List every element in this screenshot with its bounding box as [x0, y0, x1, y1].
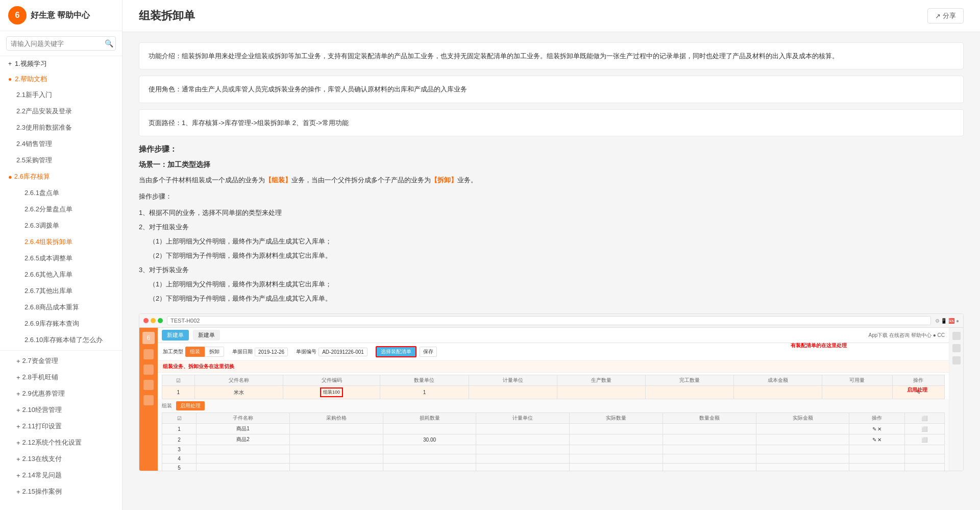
no-input[interactable]: AD-20191226-001 — [318, 348, 368, 356]
sidebar-item-26[interactable]: ● 2.6库存核算 — [0, 168, 122, 185]
no-label: 单据编号 — [296, 348, 316, 355]
sidebar-item-267[interactable]: 2.6.7其他出库单 — [0, 283, 122, 299]
form-field-type: 加工类型 组装 拆卸 — [163, 347, 224, 357]
sub-table-container: 组装 启用处理 ☑ 子件名称 采购价格 — [158, 399, 949, 471]
right-icon-strip — [949, 328, 963, 471]
sidebar-item-29[interactable]: +2.9优惠券管理 — [0, 385, 122, 402]
browser-bar: TEST-H002 ⚙ 📱 🆘 ● — [139, 314, 963, 328]
sidebar-item-23[interactable]: 2.3使用前数据准备 — [0, 119, 122, 136]
right-icon-2 — [952, 344, 961, 352]
expand-icon: + — [8, 60, 12, 67]
app-nav-icon-2 — [143, 365, 154, 375]
sidebar-item-215[interactable]: +2.15操作案例 — [0, 483, 122, 500]
type-option-disassemble[interactable]: 拆卸 — [205, 347, 224, 357]
role-block: 使用角色：通常由生产人员或库管人员完成拆装业务的操作，库管人员确认原材料的出库和… — [139, 76, 964, 103]
sub-table-toolbar: 组装 启用处理 — [162, 401, 945, 410]
screenshot-container: TEST-H002 ⚙ 📱 🆘 ● 6 — [139, 313, 964, 471]
logo: 6 — [8, 6, 27, 25]
sub-table-row-4: 4 — [162, 454, 945, 464]
sidebar-item-25[interactable]: 2.5采购管理 — [0, 152, 122, 168]
sidebar-item-213[interactable]: +2.13在线支付 — [0, 451, 122, 467]
sidebar-item-212[interactable]: +2.12系统个性化设置 — [0, 434, 122, 451]
step-1: 1、根据不同的业务，选择不同单据的类型来处理 — [139, 206, 964, 220]
type-option-assemble[interactable]: 组装 — [185, 347, 205, 357]
step-list: 1、根据不同的业务，选择不同单据的类型来处理 2、对于组装业务 （1）上部明细为… — [139, 206, 964, 305]
annotation-text-1: 有装配清单的在这里处理 — [791, 342, 847, 349]
sidebar-item-210[interactable]: +2.10经营管理 — [0, 402, 122, 418]
sidebar-item-263[interactable]: 2.6.3调拨单 — [0, 217, 122, 234]
search-input[interactable] — [7, 37, 101, 50]
app-tab-new1[interactable]: 新建单 — [162, 330, 189, 341]
select-bom-button[interactable]: 选择装配清单 — [376, 346, 416, 357]
ops-steps-label: 操作步骤： — [139, 190, 964, 203]
th-unit: 数量单位 — [380, 375, 469, 386]
app-left-sidebar: 6 — [139, 328, 158, 471]
app-main-panel: 新建单 新建单 App下载 在线咨询 帮助中心 ● CC 加工类型 — [158, 328, 949, 471]
fake-screenshot: TEST-H002 ⚙ 📱 🆘 ● 6 — [139, 314, 963, 471]
annotation-area-1: 选择装配清单 保存 — [376, 346, 437, 357]
step2-sub-list: （1）上部明细为父件明细，最终作为产成品生成其它入库单； （2）下部明细为子件明… — [149, 235, 964, 262]
app-nav-icon-1 — [143, 349, 154, 359]
sidebar-item-24[interactable]: 2.4销售管理 — [0, 136, 122, 152]
path-text: 页面路径：1、库存核算->库存管理->组装拆卸单 2、首页->常用功能 — [149, 119, 349, 127]
app-content-area: 6 新建单 新建单 App下载 在线咨询 帮助中心 ● CC — [139, 328, 963, 471]
step3-2: （2）下部明细为子件明细，最终作为产成品生成其它入库单。 — [149, 292, 964, 305]
app-title: 好生意 帮助中心 — [31, 10, 90, 21]
share-icon: ↗ — [935, 12, 941, 20]
type-selector: 组装 拆卸 — [185, 347, 224, 357]
step-3: 3、对于拆装业务 — [139, 263, 964, 277]
sidebar-item-22[interactable]: 2.2产品安装及登录 — [0, 103, 122, 119]
sidebar-item-214[interactable]: +2.14常见问题 — [0, 467, 122, 483]
qty-input-highlighted[interactable]: 组装100 — [320, 387, 343, 397]
path-block: 页面路径：1、库存核算->库存管理->组装拆卸单 2、首页->常用功能 — [139, 109, 964, 136]
sidebar-item-264[interactable]: 2.6.4组装拆卸单 — [0, 234, 122, 250]
th-parent-code: 父件编码 — [283, 375, 380, 386]
sub-table-row-1: 1 商品1 ✎ ✕ — [162, 424, 945, 434]
app-tab-new2[interactable]: 新建单 — [193, 330, 220, 341]
search-icon[interactable]: 🔍 — [101, 37, 116, 50]
date-input[interactable]: 2019-12-26 — [255, 348, 288, 356]
step2-1: （1）上部明细为父件明细，最终作为产成品生成其它入库单； — [149, 235, 964, 248]
page-title: 组装拆卸单 — [139, 8, 195, 23]
steps-title: 操作步骤： — [139, 144, 964, 154]
role-text: 使用角色：通常由生产人员或库管人员完成拆装业务的操作，库管人员确认原材料的出库和… — [149, 85, 467, 93]
sidebar-item-266[interactable]: 2.6.6其他入库单 — [0, 266, 122, 283]
annotation-text-3: 组装业务、拆卸业务在这里切换 — [163, 363, 234, 370]
form-field-no: 单据编号 AD-20191226-001 — [296, 348, 368, 356]
sidebar-item-262[interactable]: 2.6.2分量盘点单 — [0, 201, 122, 217]
app-logo-icon: 6 — [142, 332, 155, 344]
step2-2: （2）下部明细为子件明细，最终作为原材料生成其它出库单。 — [149, 249, 964, 262]
sidebar-item-268[interactable]: 2.6.8商品成本重算 — [0, 299, 122, 315]
sub-table-label: 组装 — [162, 402, 172, 409]
step3-sub-list: （1）上部明细为父件明细，最终作为原材料生成其它出库单； （2）下部明细为子件明… — [149, 278, 964, 305]
scene1-desc: 当由多个子件材料组装成一个成品的业务为【组装】业务，当由一个父件拆分成多个子产品… — [139, 174, 964, 187]
nav-section-docs[interactable]: ● 2.帮助文档 — [0, 71, 122, 87]
sidebar-item-21[interactable]: 2.1新手入门 — [0, 87, 122, 103]
intro-block: 功能介绍：组装拆卸单用来处理企业组装或拆卸等加工业务，支持有固定装配清单的产品加… — [139, 42, 964, 69]
form-type-label: 加工类型 — [163, 348, 183, 355]
type-switch-bar: 组装业务、拆卸业务在这里切换 — [158, 361, 949, 373]
sidebar-header: 6 好生意 帮助中心 — [0, 0, 122, 31]
browser-icons: ⚙ 📱 🆘 ● — [935, 318, 959, 324]
th-avail: 可用量 — [822, 375, 892, 386]
scene1-title: 场景一：加工类型选择 — [139, 160, 964, 169]
save-btn[interactable]: 保存 — [420, 347, 437, 357]
th-ops: 操作 — [892, 375, 945, 386]
enable-process-button[interactable]: 启用处理 — [176, 401, 205, 410]
tables-area: ☑ 父件名称 父件编码 数量单位 计量单位 生产数量 完工数量 成本金额 — [158, 373, 949, 471]
sidebar-item-28[interactable]: +2.8手机旺铺 — [0, 369, 122, 385]
sidebar-item-269[interactable]: 2.6.9库存账本查询 — [0, 315, 122, 332]
sidebar-item-27[interactable]: +2.7资金管理 — [0, 353, 122, 369]
date-label: 单据日期 — [232, 348, 253, 355]
th-produce: 生产数量 — [557, 375, 645, 386]
sidebar-item-211[interactable]: +2.11打印设置 — [0, 418, 122, 434]
nav-section-video[interactable]: + 1.视频学习 — [0, 56, 122, 71]
share-button[interactable]: ↗ 分享 — [927, 8, 964, 23]
sidebar-item-2610[interactable]: 2.6.10库存账本错了怎么办 — [0, 332, 122, 348]
intro-text: 功能介绍：组装拆卸单用来处理企业组装或拆卸等加工业务，支持有固定装配清单的产品加… — [149, 52, 839, 60]
search-box: 🔍 — [0, 31, 122, 56]
upper-table-container: ☑ 父件名称 父件编码 数量单位 计量单位 生产数量 完工数量 成本金额 — [158, 373, 949, 399]
app-top-bar: 新建单 新建单 App下载 在线咨询 帮助中心 ● CC — [158, 328, 949, 343]
sidebar-item-261[interactable]: 2.6.1盘点单 — [0, 185, 122, 201]
sidebar-item-265[interactable]: 2.6.5成本调整单 — [0, 250, 122, 266]
